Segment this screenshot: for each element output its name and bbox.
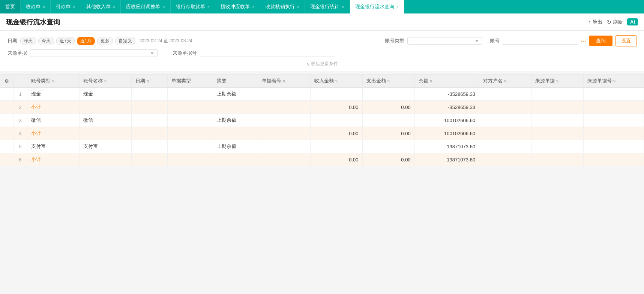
cell-account_type: 小计 <box>27 127 79 140</box>
nav-tab-现金银行流水查询[interactable]: 现金银行流水查询× <box>350 0 404 13</box>
close-icon[interactable]: × <box>43 4 45 9</box>
nav-tab-银行存取款单[interactable]: 银行存取款单× <box>171 0 215 13</box>
table-row: 4小计0.000.00100102606.60 <box>0 127 644 140</box>
nav-tab-收款核销执行[interactable]: 收款核销执行× <box>260 0 305 13</box>
nav-tab-应收应付调整单[interactable]: 应收应付调整单× <box>121 0 170 13</box>
date-btn-今天[interactable]: 今天 <box>38 37 54 45</box>
cell-expense <box>362 140 414 153</box>
col-header-expense[interactable]: 支出金额⇅ <box>362 75 414 88</box>
date-btn-更多[interactable]: 更多 <box>97 37 113 45</box>
refresh-button[interactable]: ↻ 刷新 <box>607 19 623 25</box>
date-btn-近1月[interactable]: 近1月 <box>77 37 95 45</box>
sort-icon: ⇅ <box>556 79 559 83</box>
account-dots-button[interactable]: ··· <box>581 37 586 45</box>
cell-idx: 3 <box>14 114 27 127</box>
data-table: ⚙账号类型⇅账号名称⇅日期⇅单据类型摘要单据编号⇅收入金额⇅支出金额⇅余额⇅对方… <box>0 75 644 166</box>
col-header-source_doc_no[interactable]: 来源单据号⇅ <box>584 75 644 88</box>
cell-date <box>131 88 167 101</box>
cell-account_name <box>79 101 131 114</box>
source-doc-chevron-icon: ▼ <box>150 51 154 55</box>
account-label: 账号 <box>490 37 500 44</box>
date-btn-近7天[interactable]: 近7天 <box>56 37 75 45</box>
close-icon[interactable]: × <box>396 4 399 9</box>
close-icon[interactable]: × <box>252 4 254 9</box>
col-header-income[interactable]: 收入金额⇅ <box>310 75 362 88</box>
cell-account_name: 现金 <box>79 88 131 101</box>
page-title: 现金银行流水查询 <box>6 18 60 27</box>
cell-counterparty <box>479 88 531 101</box>
date-btn-自定义[interactable]: 自定义 <box>115 37 135 45</box>
close-icon[interactable]: × <box>342 4 344 9</box>
cell-balance: -3528659.33 <box>414 101 479 114</box>
nav-tab-现金银行统计[interactable]: 现金银行统计× <box>305 0 350 13</box>
cell-expense: 0.00 <box>362 153 414 166</box>
cell-summary <box>213 153 258 166</box>
cell-income: 0.00 <box>310 127 362 140</box>
cell-account_name <box>79 127 131 140</box>
cell-income: 0.00 <box>310 153 362 166</box>
col-header-doc_type: 单据类型 <box>167 75 213 88</box>
export-button[interactable]: ↑ 导出 <box>588 19 602 25</box>
cell-summary: 上期余额 <box>213 114 258 127</box>
table-row: 5支付宝支付宝上期余额19871073.60 <box>0 140 644 153</box>
cell-doc_no <box>258 114 310 127</box>
sort-icon: ⇅ <box>613 79 616 83</box>
source-doc-num-label: 来源单据号 <box>173 50 197 57</box>
cell-summary: 上期余额 <box>213 140 258 153</box>
cell-doc_type <box>167 140 213 153</box>
close-icon[interactable]: × <box>297 4 299 9</box>
cell-income: 0.00 <box>310 101 362 114</box>
col-header-source_doc[interactable]: 来源单据⇅ <box>531 75 584 88</box>
table-row: 1现金现金上期余额-3528659.33 <box>0 88 644 101</box>
gear-icon[interactable]: ⚙ <box>5 78 9 84</box>
query-button[interactable]: 查询 <box>589 36 612 46</box>
collapse-bar[interactable]: ∧ 收起更多条件 <box>8 58 636 68</box>
date-btn-昨天[interactable]: 昨天 <box>20 37 36 45</box>
col-header-doc_no[interactable]: 单据编号⇅ <box>258 75 310 88</box>
sort-icon: ⇅ <box>146 79 149 83</box>
cell-source_doc_no <box>584 114 644 127</box>
cell-gear <box>0 153 14 166</box>
nav-home[interactable]: 首页 <box>0 0 21 13</box>
close-icon[interactable]: × <box>162 4 165 9</box>
col-header-counterparty[interactable]: 对方户名⇅ <box>479 75 531 88</box>
col-header-balance[interactable]: 余额⇅ <box>414 75 479 88</box>
cell-gear <box>0 114 14 127</box>
cell-date <box>131 153 167 166</box>
cell-doc_type <box>167 114 213 127</box>
account-input[interactable] <box>503 38 578 43</box>
cell-account_type: 小计 <box>27 101 79 114</box>
account-type-select[interactable]: ▼ <box>407 37 482 45</box>
cell-counterparty <box>479 140 531 153</box>
col-header-account_type[interactable]: 账号类型⇅ <box>27 75 79 88</box>
table-row: 6小计0.000.0019871073.60 <box>0 153 644 166</box>
close-icon[interactable]: × <box>207 4 210 9</box>
nav-tab-其他收入单[interactable]: 其他收入单× <box>81 0 121 13</box>
nav-tab-付款单[interactable]: 付款单× <box>51 0 81 13</box>
cell-gear <box>0 88 14 101</box>
ai-button[interactable]: Ai <box>627 18 638 25</box>
settings-button[interactable]: 设置 <box>615 35 636 46</box>
cell-source_doc_no <box>584 101 644 114</box>
nav-tab-预收冲应收单[interactable]: 预收冲应收单× <box>215 0 260 13</box>
cell-summary: 上期余额 <box>213 88 258 101</box>
cell-account_name: 支付宝 <box>79 140 131 153</box>
close-icon[interactable]: × <box>113 4 115 9</box>
cell-source_doc <box>531 88 584 101</box>
cell-source_doc_no <box>584 140 644 153</box>
source-doc-num-input[interactable] <box>200 50 335 56</box>
col-header-account_name[interactable]: 账号名称⇅ <box>79 75 131 88</box>
cell-idx: 5 <box>14 140 27 153</box>
nav-home-label: 首页 <box>5 3 15 10</box>
source-doc-select[interactable]: ▼ <box>30 49 158 57</box>
date-range-text: 2023-02-24 至 2023-03-24 <box>139 38 192 44</box>
col-header-summary: 摘要 <box>213 75 258 88</box>
close-icon[interactable]: × <box>73 4 75 9</box>
nav-tab-收款单[interactable]: 收款单× <box>21 0 51 13</box>
subtotal-label: 小计 <box>31 104 41 110</box>
cell-account_type: 微信 <box>27 114 79 127</box>
col-header-date[interactable]: 日期⇅ <box>131 75 167 88</box>
refresh-label: 刷新 <box>613 19 623 25</box>
cell-counterparty <box>479 114 531 127</box>
table-row: 2小计0.000.00-3528659.33 <box>0 101 644 114</box>
